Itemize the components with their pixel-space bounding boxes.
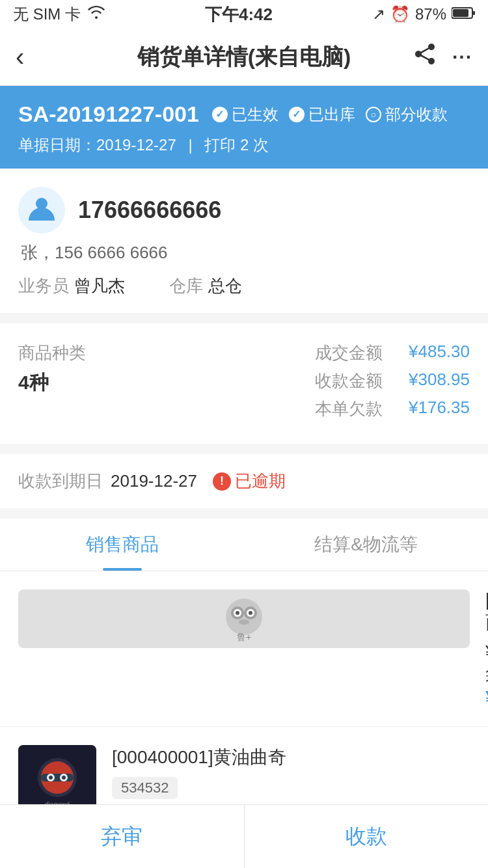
overdue-icon: ! <box>213 472 231 491</box>
tab-settlement[interactable]: 结算&物流等 <box>244 519 488 571</box>
tabs-bar: 销售商品 结算&物流等 <box>0 519 488 571</box>
battery-icon <box>452 5 475 23</box>
product-name-1: [0000002]面包 <box>485 590 488 635</box>
order-meta: 单据日期：2019-12-27 | 打印 2 次 <box>18 135 470 156</box>
sales-person: 曾凡杰 <box>74 275 125 297</box>
tab-underline <box>103 568 142 571</box>
svg-rect-17 <box>41 774 74 781</box>
deal-amount-row: 成交金额 ¥485.30 <box>315 342 470 364</box>
product-name-2: [000400001]黄油曲奇 <box>112 745 470 770</box>
battery-text: 87% <box>415 5 446 23</box>
svg-point-5 <box>226 599 262 635</box>
summary-right: 成交金额 ¥485.30 收款金额 ¥308.95 本单欠款 ¥176.35 <box>315 342 470 426</box>
confirm-button[interactable]: 收款 <box>245 805 489 868</box>
customer-sub: 张，156 6666 6666 <box>18 241 470 264</box>
badge-shipped: ✓ 已出库 <box>289 104 355 125</box>
tab-sales-products[interactable]: 销售商品 <box>0 519 244 571</box>
status-time: 下午4:42 <box>205 3 273 26</box>
clock-icon: ○ <box>366 107 381 122</box>
share-icon[interactable] <box>413 42 437 72</box>
product-batch: 534532 <box>112 777 178 799</box>
category-value: 4种 <box>18 370 86 396</box>
due-date: 2019-12-27 <box>111 471 197 491</box>
badge-active: ✓ 已生效 <box>212 104 278 125</box>
owed-label: 本单欠款 <box>315 398 383 420</box>
customer-top: 17666666666 <box>18 187 470 234</box>
product-price-1: ¥40 x 5 袋 = ¥199.99 <box>485 642 488 708</box>
product-info-1: [0000002]面包 ¥40 x 5 袋 = ¥199.99 <box>485 590 488 708</box>
svg-point-12 <box>239 619 249 625</box>
product-thumb-1: 鲁+ <box>18 590 470 648</box>
received-value: ¥308.95 <box>409 370 470 392</box>
due-label: 收款到期日 <box>18 470 103 493</box>
location-icon: ↗ <box>372 5 385 23</box>
svg-point-20 <box>49 776 53 780</box>
warehouse-label: 仓库 <box>169 275 203 297</box>
svg-point-21 <box>62 776 66 780</box>
overdue-badge: ! 已逾期 <box>213 470 286 493</box>
svg-rect-2 <box>453 9 468 17</box>
carrier-text: 无 SIM 卡 <box>13 4 81 25</box>
summary-left: 商品种类 4种 <box>18 342 86 396</box>
status-bar: 无 SIM 卡 下午4:42 ↗ ⏰ 87% <box>0 0 488 29</box>
customer-info-row: 业务员 曾凡杰 仓库 总仓 <box>18 275 470 297</box>
deal-label: 成交金额 <box>315 342 383 364</box>
status-left: 无 SIM 卡 <box>13 4 105 25</box>
owed-amount-row: 本单欠款 ¥176.35 <box>315 398 470 420</box>
badge-partial-payment: ○ 部分收款 <box>366 104 448 125</box>
avatar-icon <box>27 193 56 228</box>
sales-label: 业务员 <box>18 275 69 297</box>
warehouse-value: 总仓 <box>208 275 242 297</box>
received-amount-row: 收款金额 ¥308.95 <box>315 370 470 392</box>
svg-point-10 <box>236 611 239 615</box>
alarm-icon: ⏰ <box>390 5 410 23</box>
bottom-bar: 弃审 收款 <box>0 804 488 868</box>
summary-section: 商品种类 4种 成交金额 ¥485.30 收款金额 ¥308.95 本单欠款 ¥… <box>0 323 488 444</box>
summary-row: 商品种类 4种 成交金额 ¥485.30 收款金额 ¥308.95 本单欠款 ¥… <box>18 342 470 426</box>
product-total-1: ¥199.99 <box>485 687 488 707</box>
check-icon-2: ✓ <box>289 107 305 122</box>
wifi-icon <box>87 5 105 23</box>
cancel-button[interactable]: 弃审 <box>0 805 245 868</box>
status-right: ↗ ⏰ 87% <box>372 5 475 23</box>
more-icon[interactable]: ··· <box>452 46 472 68</box>
customer-id: 17666666666 <box>78 197 221 224</box>
check-icon-1: ✓ <box>212 107 228 122</box>
customer-section: 17666666666 张，156 6666 6666 业务员 曾凡杰 仓库 总… <box>0 169 488 313</box>
order-banner-top: SA-20191227-001 ✓ 已生效 ✓ 已出库 ○ 部分收款 <box>18 102 470 127</box>
category-label: 商品种类 <box>18 342 86 364</box>
svg-text:鲁+: 鲁+ <box>237 632 251 642</box>
nav-actions: ··· <box>413 42 472 72</box>
nav-bar: ‹ 销货单详情(来自电脑) ··· <box>0 29 488 86</box>
order-banner: SA-20191227-001 ✓ 已生效 ✓ 已出库 ○ 部分收款 单据日期：… <box>0 86 488 169</box>
due-section: 收款到期日 2019-12-27 ! 已逾期 <box>0 454 488 508</box>
order-id: SA-20191227-001 <box>18 102 199 127</box>
product-item-1: 鲁+ [0000002]面包 ¥40 x 5 袋 = ¥199.99 <box>0 571 488 727</box>
deal-value: ¥485.30 <box>409 342 470 364</box>
owed-value: ¥176.35 <box>409 398 470 420</box>
overdue-label: 已逾期 <box>235 470 286 493</box>
received-label: 收款金额 <box>315 370 383 392</box>
tabs-section: 销售商品 结算&物流等 <box>0 519 488 571</box>
svg-rect-1 <box>473 11 475 15</box>
status-badges: ✓ 已生效 ✓ 已出库 ○ 部分收款 <box>212 104 448 125</box>
svg-point-11 <box>249 611 252 615</box>
back-button[interactable]: ‹ <box>16 42 55 72</box>
nav-title: 销货单详情(来自电脑) <box>137 42 351 72</box>
avatar <box>18 187 65 234</box>
